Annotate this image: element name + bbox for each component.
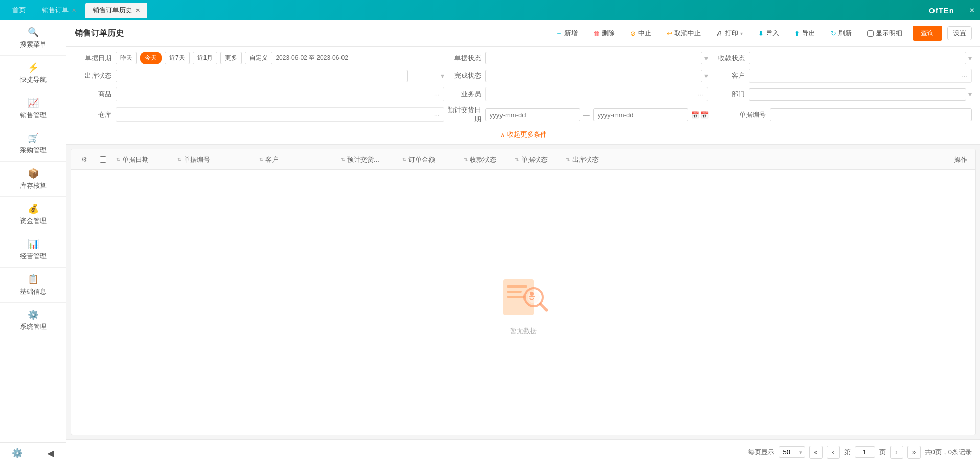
expected-delivery-from-input[interactable] xyxy=(485,108,580,121)
sidebar-item-system-mgmt[interactable]: ⚙️ 系统管理 xyxy=(0,303,66,338)
expected-delivery-label: 预计交货日期 xyxy=(444,105,485,124)
sidebar-item-sales-mgmt-label: 销售管理 xyxy=(20,111,47,120)
sidebar-item-system-mgmt-label: 系统管理 xyxy=(20,322,47,332)
sidebar-item-basic-info[interactable]: 📋 基础信息 xyxy=(0,268,66,303)
cancel-stop-button[interactable]: ↩ 取消中止 xyxy=(662,26,706,40)
date-btn-7days[interactable]: 近7天 xyxy=(165,52,190,64)
date-btn-custom[interactable]: 自定义 xyxy=(245,52,272,64)
new-button[interactable]: ＋ 新增 xyxy=(551,26,583,40)
per-page-select-wrapper: 50 10 20 100 xyxy=(779,446,805,458)
sort-icon-bill-status: ⇅ xyxy=(515,157,519,162)
stop-icon: ⊘ xyxy=(630,30,636,37)
query-button[interactable]: 查询 xyxy=(913,26,942,41)
th-expected-delivery[interactable]: ⇅ 预计交货... xyxy=(337,155,398,164)
date-btn-more[interactable]: 更多 xyxy=(220,52,242,64)
date-btn-yesterday[interactable]: 昨天 xyxy=(116,52,137,64)
bill-status-wrapper xyxy=(485,52,702,64)
warehouse-field[interactable]: ··· xyxy=(116,107,444,122)
sidebar-item-quick-nav[interactable]: ⚡ 快捷导航 xyxy=(0,56,66,91)
expected-delivery-to-input[interactable] xyxy=(593,108,688,121)
date-btn-today[interactable]: 今天 xyxy=(140,52,162,64)
th-payment-status-label: 收款状态 xyxy=(470,155,496,164)
sidebar-item-fund-mgmt[interactable]: 💰 资金管理 xyxy=(0,197,66,232)
settings-button[interactable]: 设置 xyxy=(947,26,972,40)
product-field[interactable]: ··· xyxy=(116,87,444,101)
th-checkbox[interactable] xyxy=(94,156,112,163)
quick-nav-icon: ⚡ xyxy=(28,62,39,73)
tab-home[interactable]: 首页 xyxy=(5,3,33,18)
bill-number-input[interactable] xyxy=(770,108,972,121)
th-customer[interactable]: ⇅ 客户 xyxy=(255,155,337,164)
tab-sales-order-history-close[interactable]: ✕ xyxy=(135,7,140,14)
warehouse-label: 仓库 xyxy=(75,110,116,119)
salesperson-dots: ··· xyxy=(698,91,703,98)
tab-sales-order-close[interactable]: ✕ xyxy=(72,7,76,14)
content-area: 销售订单历史 ＋ 新增 🗑 删除 ⊘ 中止 ↩ 取消中止 xyxy=(66,20,980,464)
cancel-stop-icon: ↩ xyxy=(667,30,672,37)
refresh-button[interactable]: ↻ 刷新 xyxy=(826,26,857,40)
prev-page-button[interactable]: ‹ xyxy=(827,446,840,459)
purchase-mgmt-icon: 🛒 xyxy=(28,132,39,144)
th-settings[interactable]: ⚙ xyxy=(75,156,94,163)
complete-status-select[interactable] xyxy=(485,70,702,82)
stop-label: 中止 xyxy=(638,29,651,38)
window-close[interactable]: ✕ xyxy=(969,7,975,14)
collapse-bar[interactable]: ∧ 收起更多条件 xyxy=(75,128,972,139)
sidebar-item-basic-info-label: 基础信息 xyxy=(20,287,47,296)
th-order-amount[interactable]: ⇅ 订单金额 xyxy=(398,155,460,164)
th-payment-status[interactable]: ⇅ 收款状态 xyxy=(460,155,511,164)
empty-illustration xyxy=(493,269,554,320)
first-page-button[interactable]: « xyxy=(809,446,823,459)
payment-status-select[interactable] xyxy=(749,52,966,64)
sidebar-collapse-icon[interactable]: ◀ xyxy=(47,448,54,459)
bill-status-select[interactable] xyxy=(485,52,702,64)
top-bar-right: OfTEn — ✕ xyxy=(929,6,975,15)
sidebar-item-purchase-mgmt[interactable]: 🛒 采购管理 xyxy=(0,126,66,162)
sort-icon-amount: ⇅ xyxy=(402,157,406,162)
tab-sales-order[interactable]: 销售订单 ✕ xyxy=(35,3,83,18)
svg-point-7 xyxy=(530,292,534,296)
inventory-calc-icon: 📦 xyxy=(28,168,39,179)
th-bill-date[interactable]: ⇅ 单据日期 xyxy=(112,155,173,164)
import-button[interactable]: ⬇ 导入 xyxy=(753,26,784,40)
last-page-button[interactable]: » xyxy=(907,446,921,459)
page-number-input[interactable] xyxy=(855,446,875,458)
next-page-button[interactable]: › xyxy=(890,446,903,459)
warehouse-status-select[interactable] xyxy=(116,70,408,82)
department-select[interactable] xyxy=(749,88,966,101)
window-minimize[interactable]: — xyxy=(959,7,965,14)
select-all-checkbox[interactable] xyxy=(100,156,106,163)
th-bill-status[interactable]: ⇅ 单据状态 xyxy=(511,155,562,164)
salesperson-field[interactable]: ··· xyxy=(485,87,708,101)
sidebar-item-inventory-calc-label: 库存核算 xyxy=(20,181,47,190)
filter-row-2: 出库状态 ▾ 完成状态 ▾ xyxy=(75,69,972,83)
print-icon: 🖨 xyxy=(716,30,723,37)
salesperson-label: 业务员 xyxy=(444,90,485,99)
per-page-select[interactable]: 50 10 20 100 xyxy=(779,446,805,458)
th-bill-number[interactable]: ⇅ 单据编号 xyxy=(173,155,255,164)
sidebar-item-search-menu[interactable]: 🔍 搜索菜单 xyxy=(0,20,66,56)
show-details-checkbox[interactable] xyxy=(867,30,874,37)
th-bill-date-label: 单据日期 xyxy=(122,155,149,164)
print-button[interactable]: 🖨 打印 ▾ xyxy=(711,26,748,40)
bill-status-label: 单据状态 xyxy=(444,54,485,63)
sidebar-item-operation-mgmt[interactable]: 📊 经营管理 xyxy=(0,232,66,268)
search-menu-icon: 🔍 xyxy=(28,27,39,38)
stop-button[interactable]: ⊘ 中止 xyxy=(625,26,656,40)
plus-icon: ＋ xyxy=(556,29,562,38)
sidebar-item-sales-mgmt[interactable]: 📈 销售管理 xyxy=(0,91,66,126)
sort-icon-warehouse: ⇅ xyxy=(566,157,570,162)
calendar-to-icon[interactable]: 📅 xyxy=(700,111,709,119)
calendar-from-icon[interactable]: 📅 xyxy=(691,111,699,119)
sidebar-item-inventory-calc[interactable]: 📦 库存核算 xyxy=(0,162,66,197)
tab-sales-order-history[interactable]: 销售订单历史 ✕ xyxy=(85,3,147,18)
customer-field[interactable]: ··· xyxy=(749,69,972,83)
customer-label: 客户 xyxy=(708,71,749,80)
export-button[interactable]: ⬆ 导出 xyxy=(789,26,821,40)
delete-button[interactable]: 🗑 删除 xyxy=(588,26,620,40)
show-details-checkbox-label[interactable]: 显示明细 xyxy=(862,26,907,40)
filter-area: 单据日期 昨天 今天 近7天 近1月 更多 自定义 2023-06-02 至 2… xyxy=(66,47,980,145)
date-btn-1month[interactable]: 近1月 xyxy=(193,52,218,64)
th-warehouse-status[interactable]: ⇅ 出库状态 xyxy=(562,155,613,164)
sidebar-settings-icon[interactable]: ⚙️ xyxy=(12,448,23,459)
